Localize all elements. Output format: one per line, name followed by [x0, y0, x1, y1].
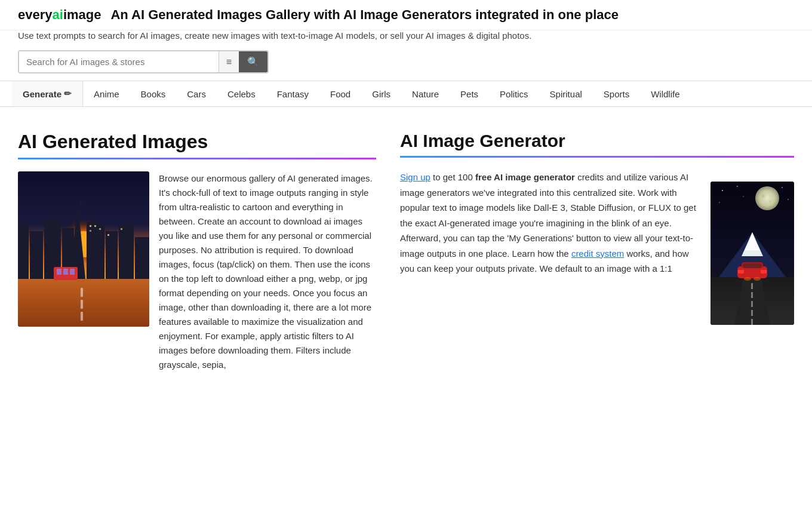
svg-rect-17 — [107, 234, 109, 236]
svg-rect-13 — [90, 225, 91, 227]
svg-rect-47 — [751, 310, 753, 316]
night-scene — [710, 182, 794, 325]
left-thumbnail — [18, 171, 149, 327]
search-button[interactable]: 🔍 — [239, 51, 267, 72]
svg-rect-24 — [81, 288, 83, 297]
search-bar: ≡ 🔍 — [0, 45, 812, 81]
svg-point-31 — [782, 187, 783, 188]
svg-rect-26 — [81, 312, 83, 321]
to-get-text: to get 100 — [433, 172, 473, 182]
svg-rect-19 — [18, 279, 149, 327]
svg-rect-11 — [119, 225, 134, 279]
svg-rect-15 — [90, 230, 91, 232]
svg-rect-8 — [80, 200, 82, 207]
svg-rect-9 — [87, 222, 104, 279]
nav-fantasy[interactable]: Fantasy — [266, 82, 319, 106]
nav-bar: Generate ✏ Anime Books Cars Celebs Fanta… — [0, 81, 812, 107]
filter-button[interactable]: ≡ — [219, 51, 239, 72]
free-generator-text: free AI image generator — [475, 172, 575, 182]
svg-point-54 — [744, 277, 751, 281]
filter-icon: ≡ — [226, 57, 232, 67]
svg-rect-16 — [99, 228, 101, 230]
svg-rect-51 — [738, 270, 744, 274]
city-image — [18, 171, 149, 327]
svg-point-32 — [719, 202, 720, 203]
logo-ai: ai — [53, 7, 63, 22]
left-section: AI Generated Images — [18, 131, 376, 372]
svg-point-55 — [753, 277, 761, 281]
ai-gen-divider — [400, 156, 794, 158]
svg-point-34 — [743, 196, 744, 197]
svg-rect-52 — [761, 270, 767, 274]
svg-rect-53 — [743, 263, 761, 268]
svg-rect-3 — [18, 225, 29, 279]
subtitle: Use text prompts to search for AI images… — [0, 30, 812, 45]
right-section: AI Image Generator Sign up to get 100 fr… — [400, 131, 794, 372]
nav-books[interactable]: Books — [130, 82, 177, 106]
nav-politics[interactable]: Politics — [489, 82, 539, 106]
nav-nature[interactable]: Nature — [401, 82, 450, 106]
ai-gen-content: Sign up to get 100 free AI image generat… — [400, 170, 794, 325]
svg-rect-23 — [70, 269, 75, 275]
svg-rect-22 — [63, 269, 68, 275]
wand-icon: ✏ — [64, 88, 72, 99]
nav-pets[interactable]: Pets — [450, 82, 489, 106]
svg-rect-44 — [751, 283, 753, 289]
nav-spiritual[interactable]: Spiritual — [539, 82, 593, 106]
header-tagline: An AI Generated Images Gallery with AI I… — [110, 7, 794, 23]
nav-girls[interactable]: Girls — [361, 82, 401, 106]
svg-point-38 — [769, 200, 771, 202]
ai-gen-title: AI Image Generator — [400, 131, 794, 151]
left-section-divider — [18, 158, 376, 159]
svg-rect-25 — [81, 300, 83, 309]
search-input-wrapper: ≡ 🔍 — [18, 50, 269, 73]
nav-wildlife[interactable]: Wildlife — [640, 82, 690, 106]
svg-rect-12 — [135, 237, 149, 279]
svg-point-36 — [756, 188, 778, 209]
left-section-title: AI Generated Images — [18, 131, 376, 153]
nav-sports[interactable]: Sports — [593, 82, 640, 106]
left-content-block: Browse our enormous gallery of AI genera… — [18, 171, 376, 372]
credit-system-link[interactable]: credit system — [571, 248, 624, 259]
svg-point-28 — [722, 190, 723, 191]
generate-nav-item[interactable]: Generate ✏ — [12, 81, 83, 106]
search-icon: 🔍 — [247, 57, 259, 67]
svg-point-37 — [761, 194, 765, 198]
nav-food[interactable]: Food — [319, 82, 361, 106]
right-thumbnail — [710, 182, 794, 325]
svg-rect-4 — [30, 231, 43, 279]
nav-anime[interactable]: Anime — [83, 82, 130, 106]
main-content: AI Generated Images — [0, 107, 812, 396]
nav-cars[interactable]: Cars — [176, 82, 217, 106]
ai-gen-description: Sign up to get 100 free AI image generat… — [400, 170, 699, 277]
generate-label: Generate — [23, 89, 61, 99]
svg-rect-45 — [751, 292, 753, 298]
search-input[interactable] — [19, 51, 219, 72]
credits-text: credits and utilize various AI image gen… — [400, 172, 696, 259]
left-section-body: Browse our enormous gallery of AI genera… — [159, 171, 376, 372]
logo-prefix: every — [18, 7, 53, 22]
svg-rect-46 — [751, 301, 753, 307]
svg-point-29 — [737, 186, 738, 187]
svg-rect-10 — [106, 231, 118, 279]
svg-rect-21 — [57, 269, 61, 275]
svg-point-33 — [788, 199, 789, 200]
header: everyaiimage An AI Generated Images Gall… — [0, 0, 812, 30]
ai-gen-text-block: Sign up to get 100 free AI image generat… — [400, 170, 699, 325]
svg-rect-18 — [121, 228, 122, 230]
nav-celebs[interactable]: Celebs — [217, 82, 266, 106]
sign-up-link[interactable]: Sign up — [400, 172, 430, 182]
svg-rect-48 — [751, 319, 753, 325]
svg-rect-14 — [94, 225, 96, 227]
site-logo[interactable]: everyaiimage — [18, 7, 101, 23]
logo-suffix: image — [63, 7, 102, 22]
